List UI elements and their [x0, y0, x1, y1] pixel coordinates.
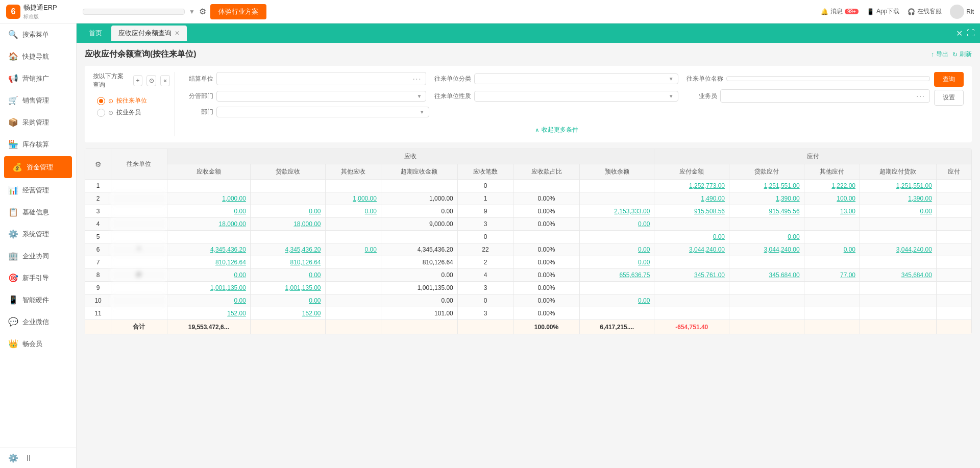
row-ar-loan[interactable]: 0.00 [250, 205, 325, 218]
collapse-filter-icon[interactable]: « [160, 75, 170, 86]
filter-by-salesperson[interactable]: ⊙ 按业务员 [97, 108, 166, 117]
row-ar-amount[interactable]: 18,000.00 [167, 218, 250, 231]
row-ap-loan[interactable]: 915,495.56 [729, 205, 804, 218]
row-ar-advance[interactable]: 0.00 [579, 218, 654, 231]
row-ar-other[interactable] [325, 256, 381, 269]
row-ap-loan[interactable]: 1,251,551.00 [729, 180, 804, 192]
row-ar-advance[interactable] [579, 192, 654, 205]
row-ap-loan[interactable] [729, 282, 804, 294]
close-window-icon[interactable]: ✕ [956, 29, 963, 38]
row-ap-loan[interactable] [729, 256, 804, 269]
row-ar-amount[interactable]: 0.00 [167, 205, 250, 218]
edit-filter-icon[interactable]: ⊙ [146, 75, 156, 86]
row-ap-other[interactable]: 0.00 [804, 243, 860, 256]
row-ar-loan[interactable]: 4,345,436.20 [250, 243, 325, 256]
row-ar-loan[interactable]: 152.00 [250, 307, 325, 320]
bottom-settings-icon[interactable]: ⚙️ [8, 453, 18, 463]
sidebar-item-base-info[interactable]: 📋 基础信息 [0, 201, 76, 223]
row-ap-amount[interactable]: 3,044,240.00 [654, 243, 729, 256]
row-ar-other[interactable] [325, 307, 381, 320]
input-salesperson[interactable]: ··· [720, 89, 930, 103]
maximize-icon[interactable]: ⛶ [967, 29, 975, 38]
row-ap-loan[interactable]: 3,044,240.00 [729, 243, 804, 256]
row-ap-overdue[interactable]: 345,684.00 [860, 269, 937, 282]
row-ar-loan[interactable]: 0.00 [250, 269, 325, 282]
row-ap-other[interactable] [804, 307, 860, 320]
tab-ar-ap[interactable]: 应收应付余额查询 ✕ [111, 26, 187, 41]
row-ap-amount[interactable]: 345,761.00 [654, 269, 729, 282]
row-ap-amount[interactable]: 1,490.00 [654, 192, 729, 205]
refresh-button[interactable]: ↻ 刷新 [952, 50, 972, 59]
row-ar-loan[interactable] [250, 231, 325, 243]
add-filter-icon[interactable]: + [133, 75, 143, 86]
row-ar-loan[interactable]: 18,000.00 [250, 218, 325, 231]
sidebar-item-inventory[interactable]: 🏪 库存核算 [0, 133, 76, 155]
row-ap-amount[interactable] [654, 294, 729, 307]
row-ap-overdue[interactable] [860, 256, 937, 269]
input-dept[interactable]: ▼ [216, 107, 429, 117]
row-ap-loan[interactable]: 0.00 [729, 231, 804, 243]
settings-gear-icon[interactable]: ⚙ [199, 7, 206, 16]
sidebar-item-search-menu[interactable]: 🔍 搜索菜单 [0, 23, 76, 45]
sidebar-item-system[interactable]: ⚙️ 系统管理 [0, 223, 76, 245]
row-ar-loan[interactable] [250, 192, 325, 205]
row-ap-overdue[interactable] [860, 282, 937, 294]
row-ap-other[interactable] [804, 256, 860, 269]
row-ar-loan[interactable]: 0.00 [250, 294, 325, 307]
setting-button[interactable]: 设置 [934, 90, 964, 106]
row-ap-amount[interactable]: 915,508.56 [654, 205, 729, 218]
row-ar-amount[interactable]: 1,001,135.00 [167, 282, 250, 294]
sidebar-item-wechat[interactable]: 💬 企业微信 [0, 311, 76, 333]
row-ar-amount[interactable]: 4,345,436.20 [167, 243, 250, 256]
row-ar-other[interactable] [325, 180, 381, 192]
input-jiesuan-unit[interactable]: ··· [216, 72, 426, 85]
row-ap-other[interactable]: 100.00 [804, 192, 860, 205]
bottom-pause-icon[interactable]: ⏸ [24, 454, 33, 463]
export-button[interactable]: ↑ 导出 [931, 50, 948, 59]
row-ap-other[interactable] [804, 218, 860, 231]
input-unit-category[interactable]: ▼ [474, 73, 678, 84]
online-service-item[interactable]: 🎧 在线客服 [908, 7, 942, 16]
row-ap-other[interactable]: 77.00 [804, 269, 860, 282]
row-ar-amount[interactable]: 1,000.00 [167, 192, 250, 205]
row-ar-amount[interactable]: 810,126.64 [167, 256, 250, 269]
user-area[interactable]: Rit [950, 5, 974, 19]
row-ar-loan[interactable]: 810,126.64 [250, 256, 325, 269]
sidebar-item-hardware[interactable]: 📱 智能硬件 [0, 289, 76, 311]
row-ar-other[interactable] [325, 282, 381, 294]
row-ap-loan[interactable]: 1,390.00 [729, 192, 804, 205]
row-ar-advance[interactable] [579, 180, 654, 192]
row-ar-other[interactable]: 0.00 [325, 205, 381, 218]
messages-item[interactable]: 🔔 消息 99+ [821, 7, 859, 16]
sidebar-item-operations[interactable]: 📊 经营管理 [0, 179, 76, 201]
top-search-box[interactable] [83, 9, 185, 15]
row-ar-other[interactable] [325, 269, 381, 282]
filter-by-partner[interactable]: ⊙ 按往来单位 [97, 96, 166, 105]
app-download-item[interactable]: 📱 App下载 [867, 7, 899, 16]
row-ap-amount[interactable] [654, 256, 729, 269]
row-ar-advance[interactable]: 0.00 [579, 243, 654, 256]
tab-home[interactable]: 首页 [82, 26, 109, 41]
row-ap-amount[interactable] [654, 307, 729, 320]
row-ap-overdue[interactable] [860, 294, 937, 307]
row-ar-amount[interactable] [167, 231, 250, 243]
row-ap-other[interactable]: 13.00 [804, 205, 860, 218]
sidebar-item-sales[interactable]: 🛒 销售管理 [0, 89, 76, 111]
sidebar-item-enterprise[interactable]: 🏢 企业协同 [0, 245, 76, 267]
sidebar-item-purchase[interactable]: 📦 采购管理 [0, 111, 76, 133]
sidebar-item-guide[interactable]: 🎯 新手引导 [0, 267, 76, 289]
collapse-more-button[interactable]: ∧ 收起更多条件 [535, 124, 578, 136]
row-ar-other[interactable] [325, 218, 381, 231]
row-ar-advance[interactable] [579, 307, 654, 320]
table-settings-icon[interactable]: ⚙ [95, 160, 102, 168]
input-division-dept[interactable]: ▼ [216, 91, 426, 102]
row-ar-other[interactable] [325, 294, 381, 307]
row-ar-advance[interactable]: 0.00 [579, 294, 654, 307]
row-ap-loan[interactable] [729, 307, 804, 320]
input-unit-nature[interactable]: ▼ [474, 91, 678, 102]
row-ap-overdue[interactable] [860, 307, 937, 320]
row-ap-overdue[interactable] [860, 231, 937, 243]
row-ap-amount[interactable] [654, 218, 729, 231]
row-ap-other[interactable]: 1,222.00 [804, 180, 860, 192]
search-dropdown-arrow[interactable]: ▼ [189, 8, 195, 15]
